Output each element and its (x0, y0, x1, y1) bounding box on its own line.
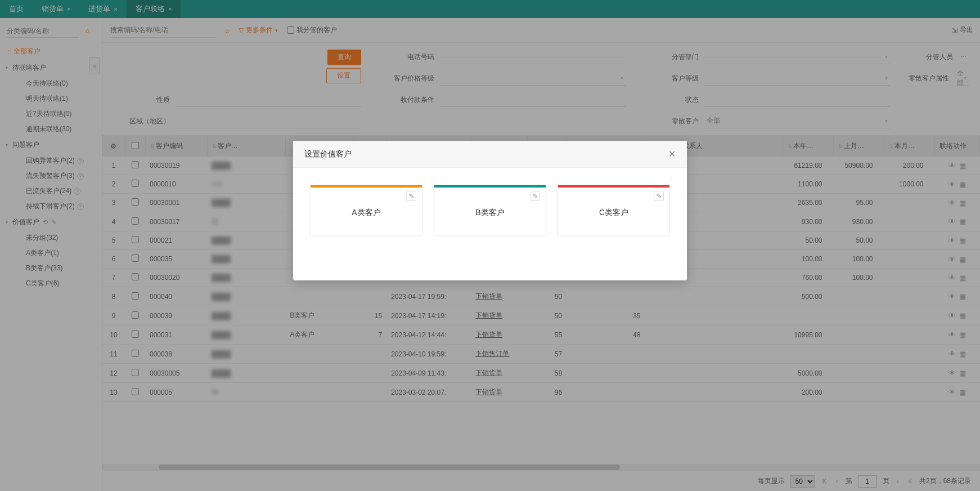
card-name: A类客户 (316, 208, 416, 218)
value-card[interactable]: ✎A类客户 (310, 185, 422, 235)
edit-icon[interactable]: ✎ (654, 191, 664, 201)
value-customer-modal: 设置价值客户 ✕ ✎A类客户✎B类客户✎C类客户 (293, 141, 687, 280)
modal-title: 设置价值客户 (304, 149, 352, 159)
edit-icon[interactable]: ✎ (406, 191, 416, 201)
value-card[interactable]: ✎B类客户 (434, 185, 546, 235)
close-icon[interactable]: ✕ (668, 149, 676, 159)
modal-overlay[interactable]: 设置价值客户 ✕ ✎A类客户✎B类客户✎C类客户 (0, 0, 980, 491)
value-card[interactable]: ✎C类客户 (558, 185, 670, 235)
edit-icon[interactable]: ✎ (530, 191, 540, 201)
card-name: B类客户 (440, 208, 540, 218)
card-name: C类客户 (564, 208, 664, 218)
card-stripe (434, 185, 546, 188)
card-stripe (558, 185, 669, 188)
card-stripe (311, 185, 422, 188)
